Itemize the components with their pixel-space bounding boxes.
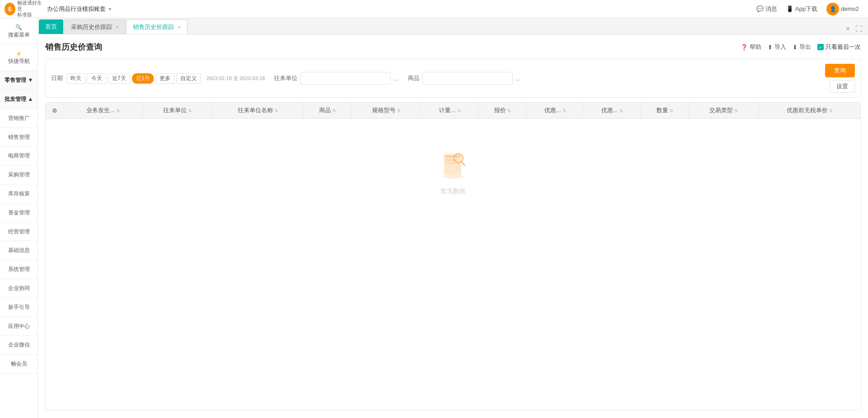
sidebar-item-operations-mgmt[interactable]: 经营管理 — [0, 223, 38, 242]
sidebar-item-inventory[interactable]: 库存核算 — [0, 185, 38, 204]
svg-rect-2 — [445, 156, 460, 157]
date-filter-label: 日期 — [51, 74, 63, 82]
sidebar-item-wholesale-mgmt[interactable]: 批发管理 ▲ — [0, 90, 38, 109]
page-content: 销售历史价查询 ❓ 帮助 ⬆ 导入 ⬇ 导出 ✓ — [38, 34, 868, 418]
sidebar-item-finance-mgmt[interactable]: 资金管理 — [0, 204, 38, 223]
dropdown-arrow-icon[interactable]: ▾ — [108, 6, 111, 12]
sidebar-item-quick-nav[interactable]: ⚡ 快捷导航 — [0, 45, 38, 71]
tab-home[interactable]: 首页 — [39, 19, 63, 34]
table-col-spec[interactable]: 规格型号 ⇅ — [352, 103, 421, 119]
product-picker-button[interactable]: ... — [515, 75, 521, 82]
sort-discount1-icon: ⇅ — [562, 108, 566, 113]
query-button[interactable]: 查询 — [825, 64, 855, 77]
partner-filter-group: 往来单位 ... — [274, 72, 399, 85]
logo-icon: 6 — [5, 3, 15, 15]
empty-state-svg — [435, 146, 471, 182]
filter-row: 日期 昨天 今天 近7天 近1月 更多 自定义 2023-02-18 至 202… — [45, 59, 861, 98]
table-col-qty[interactable]: 数量 ⇅ — [641, 103, 689, 119]
table-col-partner-name[interactable]: 往来单位名称 ⇅ — [212, 103, 303, 119]
table-col-pre-tax-price[interactable]: 优惠前无税单价 ⇅ — [759, 103, 860, 119]
sidebar-item-purchase-mgmt[interactable]: 采购管理 — [0, 166, 38, 185]
user-avatar-area[interactable]: 👤 demo2 — [826, 3, 859, 15]
date-btn-more[interactable]: 更多 — [156, 73, 175, 84]
app-download-button[interactable]: 📱 App下载 — [786, 5, 817, 13]
tab-sales-history[interactable]: 销售历史价跟踪 × — [126, 19, 187, 34]
tab-bar: 首页 采购历史价跟踪 × 销售历史价跟踪 × × ⛶ — [38, 18, 868, 34]
partner-input[interactable] — [300, 72, 391, 85]
logo-area: 6 畅捷通好生意 标准版 — [5, 0, 42, 18]
import-button[interactable]: ⬆ 导入 — [768, 43, 786, 51]
sort-qty-icon: ⇅ — [670, 108, 673, 113]
table-col-product[interactable]: 商品 ⇅ — [303, 103, 351, 119]
avatar: 👤 — [826, 3, 839, 15]
message-button[interactable]: 💬 消息 — [756, 5, 777, 13]
sort-quote-icon: ⇅ — [507, 108, 511, 113]
search-menu-icon: 🔍 — [15, 24, 22, 31]
app-title-area: 办公用品行业模拟账套 ▾ — [42, 5, 756, 13]
table-col-trade-type[interactable]: 交易类型 ⇅ — [689, 103, 759, 119]
table-col-discount2[interactable]: 优惠... ⇅ — [584, 103, 641, 119]
sidebar: 🔍 搜索菜单 ⚡ 快捷导航 零售管理 ▼ 批发管理 ▲ 营销推广 销售管理 电商… — [0, 18, 38, 418]
date-btn-today[interactable]: 今天 — [87, 73, 106, 84]
sort-unit-icon: ⇅ — [457, 108, 461, 113]
page-header-actions: ❓ 帮助 ⬆ 导入 ⬇ 导出 ✓ 只看最后一次 — [741, 43, 861, 51]
svg-point-0 — [443, 174, 463, 179]
partner-picker-button[interactable]: ... — [393, 75, 399, 82]
sidebar-item-retail-mgmt[interactable]: 零售管理 ▼ — [0, 71, 38, 90]
tab-close-sales[interactable]: × — [178, 24, 180, 30]
gear-icon[interactable]: ⚙ — [52, 107, 57, 114]
partner-filter-label: 往来单位 — [274, 74, 297, 82]
sidebar-item-enterprise-wechat[interactable]: 企业微信 — [0, 336, 38, 355]
table-col-gear[interactable]: ⚙ — [46, 103, 64, 119]
tab-purchase-history[interactable]: 采购历史价跟踪 × — [64, 19, 125, 34]
date-btn-yesterday[interactable]: 昨天 — [66, 73, 85, 84]
tab-close-purchase[interactable]: × — [116, 24, 118, 30]
date-btn-last1m[interactable]: 近1月 — [132, 73, 154, 84]
sort-partner-code-icon: ⇅ — [188, 108, 192, 113]
sidebar-item-basic-info[interactable]: 基础信息 — [0, 241, 38, 260]
settings-button[interactable]: 设置 — [830, 80, 855, 93]
sidebar-item-ecommerce-mgmt[interactable]: 电商管理 — [0, 147, 38, 166]
tab-actions: × ⛶ — [845, 24, 868, 34]
sidebar-item-enterprise-collab[interactable]: 企业协同 — [0, 279, 38, 298]
main-layout: 🔍 搜索菜单 ⚡ 快捷导航 零售管理 ▼ 批发管理 ▲ 营销推广 销售管理 电商… — [0, 18, 868, 418]
table-col-quote[interactable]: 报价 ⇅ — [478, 103, 526, 119]
fullscreen-button[interactable]: ⛶ — [854, 24, 863, 34]
sidebar-item-marketing[interactable]: 营销推广 — [0, 109, 38, 128]
date-range-display: 2023-02-18 至 2023-03-18 — [206, 75, 265, 82]
sort-discount2-icon: ⇅ — [619, 108, 623, 113]
close-all-tabs-button[interactable]: × — [845, 24, 851, 34]
page-title: 销售历史价查询 — [45, 42, 102, 52]
logo-text: 畅捷通好生意 标准版 — [17, 0, 42, 18]
sort-partner-name-icon: ⇅ — [274, 108, 278, 113]
sidebar-item-new-guide[interactable]: 新手引导 — [0, 298, 38, 317]
export-button[interactable]: ⬇ 导出 — [793, 43, 811, 51]
sidebar-item-app-center[interactable]: 应用中心 — [0, 317, 38, 336]
empty-text: 暂无数据 — [440, 187, 466, 195]
sidebar-item-system-mgmt[interactable]: 系统管理 — [0, 260, 38, 279]
table-col-discount1[interactable]: 优惠... ⇅ — [527, 103, 584, 119]
help-button[interactable]: ❓ 帮助 — [741, 43, 761, 51]
app-title: 办公用品行业模拟账套 — [47, 5, 106, 13]
table-col-biz-date[interactable]: 业务发生... ⇅ — [64, 103, 142, 119]
table-col-unit[interactable]: 计量... ⇅ — [421, 103, 478, 119]
filter-actions: 查询 设置 — [825, 64, 855, 93]
only-last-checkbox-group[interactable]: ✓ 只看最后一次 — [817, 43, 861, 51]
date-btn-last7[interactable]: 近7天 — [108, 73, 130, 84]
product-input[interactable] — [422, 72, 513, 85]
table-container: ⚙ 业务发生... ⇅ 往来单位 — [45, 102, 861, 411]
sidebar-item-member-card[interactable]: 畅会员 — [0, 355, 38, 374]
sidebar-item-sales-mgmt[interactable]: 销售管理 — [0, 128, 38, 147]
sidebar-item-search-menu[interactable]: 🔍 搜索菜单 — [0, 18, 38, 45]
sort-trade-type-icon: ⇅ — [734, 108, 738, 113]
date-btn-custom[interactable]: 自定义 — [176, 73, 201, 84]
svg-rect-4 — [445, 162, 454, 164]
table-col-partner-code[interactable]: 往来单位 ⇅ — [142, 103, 212, 119]
data-table: ⚙ 业务发生... ⇅ 往来单位 — [46, 103, 860, 119]
only-last-checkbox[interactable]: ✓ — [817, 44, 824, 50]
top-bar: 6 畅捷通好生意 标准版 办公用品行业模拟账套 ▾ 💬 消息 📱 App下载 👤… — [0, 0, 868, 18]
message-icon: 💬 — [756, 5, 764, 12]
empty-illustration — [435, 146, 471, 182]
table-header-row: ⚙ 业务发生... ⇅ 往来单位 — [46, 103, 860, 119]
top-right-actions: 💬 消息 📱 App下载 👤 demo2 — [756, 3, 863, 15]
